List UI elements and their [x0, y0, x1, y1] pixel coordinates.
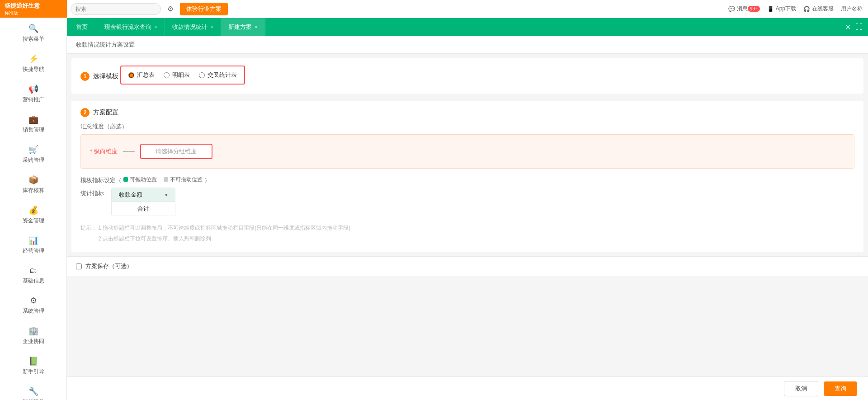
- dimension-arrow: ——: [123, 148, 135, 155]
- inventory-icon: 📦: [28, 175, 38, 185]
- radio-cross-label: 交叉统计表: [208, 71, 237, 79]
- quicknav-icon: ⚡: [28, 54, 38, 64]
- sidebar-item-label: 采购管理: [23, 156, 44, 164]
- sidebar-item-operations[interactable]: 📊 经营管理: [0, 230, 66, 260]
- sidebar-item-marketing[interactable]: 📢 营销推广: [0, 79, 66, 109]
- tab-home[interactable]: 首页: [67, 18, 97, 36]
- nodrag-indicator-dot: [164, 177, 168, 182]
- gear-button[interactable]: ⚙: [165, 3, 176, 15]
- dimension-area: * 纵向维度 —— 请选择分组维度: [80, 134, 854, 169]
- guide-icon: 📗: [28, 356, 38, 366]
- tab-receipt-stats[interactable]: 收款情况统计 ×: [165, 18, 221, 36]
- sidebar-item-label: 库存核算: [23, 187, 44, 194]
- metrics-total-cell: 合计: [112, 202, 175, 216]
- user-item[interactable]: 用户名称: [841, 5, 863, 13]
- page-content: 收款情况统计方案设置 1 选择模板 汇总表 明: [67, 36, 868, 400]
- tab-home-label: 首页: [76, 23, 88, 31]
- sidebar-item-label: 企业协同: [23, 338, 44, 345]
- tab-receipt-stats-label: 收款情况统计: [172, 23, 208, 31]
- step2-text: 方案配置: [93, 108, 118, 117]
- dimension-title: 汇总维度（必选）: [80, 122, 854, 131]
- logo-text: 畅捷通好生意: [5, 2, 40, 10]
- radio-summary-label: 汇总表: [137, 71, 155, 79]
- stats-label: 统计指标: [80, 188, 104, 198]
- tab-new-plan-label: 新建方案: [228, 23, 252, 31]
- tab-bar: 首页 现金银行流水查询 × 收款情况统计 × 新建方案 × ✕ ⛶: [67, 18, 868, 36]
- user-name: 用户名称: [841, 5, 863, 13]
- sidebar-item-label: 资金管理: [23, 217, 44, 225]
- tab-receipt-stats-close[interactable]: ×: [210, 24, 213, 30]
- sidebar-item-label: 新手引导: [23, 368, 44, 376]
- main-layout: 🔍 搜索菜单 ⚡ 快捷导航 📢 营销推广 💼 销售管理 🛒 采购管理 📦 库存核…: [0, 18, 868, 400]
- sidebar-item-finance[interactable]: 💰 资金管理: [0, 200, 66, 230]
- save-label: 方案保存（可选）: [85, 262, 132, 270]
- sales-icon: 💼: [28, 114, 38, 124]
- sidebar-item-hardware[interactable]: 🔧 智能硬件: [0, 381, 66, 400]
- tab-cash-flow-close[interactable]: ×: [154, 24, 157, 30]
- sidebar-item-inventory[interactable]: 📦 库存核算: [0, 169, 66, 200]
- page-title: 收款情况统计方案设置: [76, 41, 135, 48]
- drag-label: 可拖动位置: [130, 176, 157, 184]
- save-checkbox[interactable]: [76, 264, 82, 269]
- sidebar-item-search[interactable]: 🔍 搜索菜单: [0, 18, 66, 48]
- sidebar-item-purchase[interactable]: 🛒 采购管理: [0, 139, 66, 169]
- download-item[interactable]: 📱 App下载: [767, 5, 796, 13]
- tab-cash-flow[interactable]: 现金银行流水查询 ×: [97, 18, 165, 36]
- search-icon: 🔍: [28, 24, 38, 33]
- basic-icon: 🗂: [29, 266, 38, 275]
- drag-indicator-dot: [123, 177, 128, 182]
- metrics-chevron-icon[interactable]: ▾: [165, 192, 168, 198]
- sidebar-item-label: 搜索菜单: [23, 35, 44, 43]
- sidebar-item-quicknav[interactable]: ⚡ 快捷导航: [0, 48, 66, 79]
- step2-number: 2: [80, 108, 90, 117]
- sidebar-item-guide[interactable]: 📗 新手引导: [0, 351, 66, 381]
- radio-summary-input[interactable]: [128, 72, 134, 78]
- radio-summary[interactable]: 汇总表: [128, 71, 155, 79]
- radio-cross-input[interactable]: [199, 72, 205, 78]
- sidebar: 🔍 搜索菜单 ⚡ 快捷导航 📢 营销推广 💼 销售管理 🛒 采购管理 📦 库存核…: [0, 18, 67, 400]
- header-right: 💬 消息 99+ 📱 App下载 🎧 在线客服 用户名称: [728, 5, 863, 13]
- sidebar-item-label: 系统管理: [23, 307, 44, 315]
- cancel-button[interactable]: 取消: [784, 381, 818, 396]
- radio-detail[interactable]: 明细表: [164, 71, 190, 79]
- template-section: 1 选择模板 汇总表 明细表: [71, 58, 863, 94]
- tab-new-plan[interactable]: 新建方案 ×: [221, 18, 265, 36]
- save-checkbox-row: 方案保存（可选）: [76, 262, 859, 270]
- trial-button[interactable]: 体验行业方案: [180, 3, 228, 15]
- search-input[interactable]: [71, 3, 161, 15]
- logo-sub: 标准版: [5, 10, 40, 16]
- sidebar-item-label: 营销推广: [23, 96, 44, 104]
- query-button[interactable]: 查询: [824, 381, 857, 396]
- sidebar-item-system[interactable]: ⚙ 系统管理: [0, 290, 66, 320]
- step1-number: 1: [80, 72, 90, 81]
- header-search: ⚙ 体验行业方案: [71, 3, 725, 15]
- hint-line-1: 提示： 1.拖动标题栏可以调整布局，不可跨维度或指标区域拖动栏目字段(只能在同一…: [80, 223, 854, 233]
- hint-line-2: 2.点击标题栏下拉可设置排序、插入列和删除列: [80, 234, 854, 244]
- system-icon: ⚙: [30, 296, 37, 306]
- radio-group: 汇总表 明细表 交叉统计表: [128, 71, 237, 79]
- radio-cross[interactable]: 交叉统计表: [199, 71, 237, 79]
- sidebar-item-collab[interactable]: 🏢 企业协同: [0, 320, 66, 351]
- message-icon: 💬: [728, 6, 735, 12]
- template-radio-group: 汇总表 明细表 交叉统计表: [120, 66, 245, 85]
- radio-detail-label: 明细表: [172, 71, 190, 79]
- message-item[interactable]: 💬 消息 99+: [728, 5, 760, 13]
- message-label: 消息: [737, 5, 748, 13]
- column-header-label: 收款金额: [119, 191, 142, 199]
- metrics-header[interactable]: 收款金额 ▾: [112, 188, 175, 202]
- tab-new-plan-close[interactable]: ×: [255, 24, 258, 30]
- service-item[interactable]: 🎧 在线客服: [803, 5, 834, 13]
- sidebar-item-sales[interactable]: 💼 销售管理: [0, 109, 66, 139]
- tab-expand-button[interactable]: ⛶: [855, 23, 863, 31]
- tab-close-all-button[interactable]: ✕: [845, 23, 851, 32]
- sidebar-item-basic[interactable]: 🗂 基础信息: [0, 260, 66, 290]
- tab-cash-flow-label: 现金银行流水查询: [104, 23, 151, 31]
- dimension-placeholder[interactable]: 请选择分组维度: [140, 144, 212, 159]
- sidebar-item-label: 销售管理: [23, 126, 44, 134]
- sidebar-item-label: 经营管理: [23, 247, 44, 255]
- radio-detail-input[interactable]: [164, 72, 170, 78]
- content-area: 首页 现金银行流水查询 × 收款情况统计 × 新建方案 × ✕ ⛶ 收: [67, 18, 868, 400]
- operations-icon: 📊: [28, 235, 38, 245]
- page-header: 收款情况统计方案设置: [67, 36, 868, 54]
- sidebar-item-label: 基础信息: [23, 277, 44, 285]
